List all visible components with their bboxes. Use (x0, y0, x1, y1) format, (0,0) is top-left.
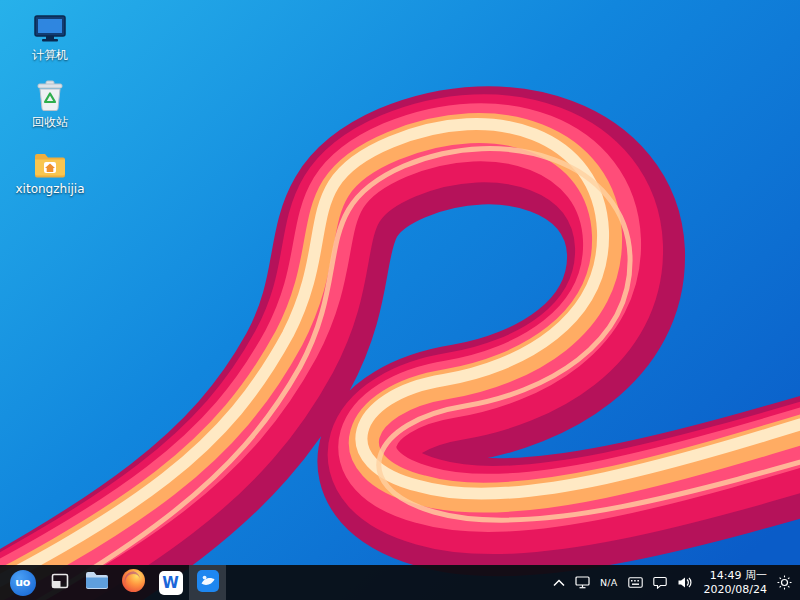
desktop-icon-label: 回收站 (32, 116, 68, 129)
home-folder-icon (33, 146, 67, 178)
taskbar-firefox[interactable] (115, 565, 152, 600)
notification-center-icon[interactable] (777, 575, 792, 590)
taskbar-wps[interactable]: W (152, 565, 189, 600)
system-tray: N/A (553, 565, 800, 600)
desktop-icon-label: 计算机 (32, 49, 68, 62)
desktop-icon-computer[interactable]: 计算机 (14, 12, 86, 62)
desktop-icons: 计算机 回收站 xitong (14, 12, 86, 197)
clock-date: 2020/08/24 (704, 583, 767, 596)
taskbar-clock[interactable]: 14:49 周一 2020/08/24 (704, 569, 767, 596)
desktop-icon-home-folder[interactable]: xitongzhijia (14, 146, 86, 196)
desktop: 计算机 回收站 xitong (0, 0, 800, 600)
tray-na-indicator[interactable]: N/A (600, 577, 618, 588)
network-icon[interactable] (575, 576, 590, 589)
task-view-icon (51, 573, 69, 593)
taskbar-app-store[interactable] (189, 565, 226, 600)
launcher-icon: uo (10, 570, 36, 596)
taskbar-task-view[interactable] (41, 565, 78, 600)
messages-icon[interactable] (653, 576, 667, 589)
file-manager-icon (85, 571, 109, 594)
app-store-icon (196, 569, 220, 597)
desktop-icon-label: xitongzhijia (16, 183, 85, 196)
taskbar-launcher[interactable]: uo (4, 565, 41, 600)
volume-icon[interactable] (677, 576, 692, 589)
wps-icon: W (159, 571, 183, 595)
taskbar: uo (0, 565, 800, 600)
chevron-up-icon[interactable] (553, 579, 565, 587)
computer-icon (34, 12, 66, 44)
keyboard-icon[interactable] (628, 577, 643, 588)
clock-time: 14:49 周一 (704, 569, 767, 582)
taskbar-apps: uo (0, 565, 226, 600)
taskbar-file-manager[interactable] (78, 565, 115, 600)
firefox-icon (121, 568, 146, 597)
recycle-bin-icon (35, 79, 65, 111)
desktop-wallpaper (0, 0, 800, 600)
desktop-icon-recycle-bin[interactable]: 回收站 (14, 79, 86, 129)
